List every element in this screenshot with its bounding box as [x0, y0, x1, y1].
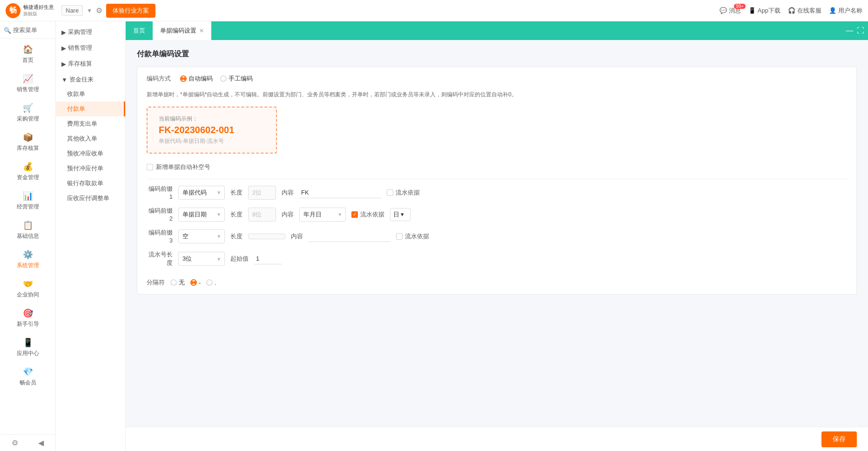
sub-item-advance-ar[interactable]: 预收冲应收单 — [56, 146, 125, 161]
sub-item-expense[interactable]: 费用支出单 — [56, 116, 125, 131]
purchase-icon: 🛒 — [23, 103, 33, 113]
sub-group-inventory-title[interactable]: ▶ 库存核算 — [56, 57, 125, 71]
company-arrow-icon[interactable]: ▼ — [87, 7, 92, 14]
prefix1-length-input[interactable]: 2位 — [248, 186, 276, 200]
experience-button[interactable]: 体验行业方案 — [106, 4, 155, 18]
prefix2-content-arrow-icon: ▾ — [338, 211, 342, 218]
encode-method-row: 编码方式 自动编码 手工编码 — [147, 74, 847, 83]
app-download-button[interactable]: 📱 App下载 — [748, 7, 781, 15]
settings-bottom-icon[interactable]: ⚙ — [12, 438, 18, 447]
radio-manual[interactable]: 手工编码 — [220, 74, 253, 83]
sidebar-item-enterprise[interactable]: 🤝 企业协同 — [0, 273, 55, 303]
sidebar-item-sales[interactable]: 📈 销售管理 — [0, 68, 55, 97]
message-badge: 99+ — [734, 4, 746, 9]
serial-start-input[interactable] — [254, 253, 282, 264]
layout: 🔍 搜索菜单 🏠 首页 📈 销售管理 🛒 采购管理 📦 库存核算 💰 资金管理 … — [0, 21, 868, 451]
tab-maximize-icon[interactable]: ⛶ — [857, 27, 864, 35]
sub-group-sales: ▶ 销售管理 — [56, 41, 125, 55]
logo: 畅 畅捷通好生意 旗舰版 — [6, 3, 61, 18]
prefix3-content-input[interactable] — [309, 231, 390, 242]
tab-encode-settings[interactable]: 单据编码设置 ✕ — [153, 21, 211, 40]
page-content: 付款单编码设置 编码方式 自动编码 手工编码 — [126, 40, 868, 427]
sidebar-item-operation[interactable]: 📊 经营管理 — [0, 185, 55, 215]
topbar: 畅 畅捷通好生意 旗舰版 Nare ▼ ⚙ 体验行业方案 💬 消息 99+ 📱 … — [0, 0, 868, 21]
topbar-middle: Nare ▼ ⚙ 体验行业方案 — [61, 4, 720, 18]
form-row-prefix3: 编码前缀3 空 ▾ 长度 内容 — [147, 229, 847, 244]
prefix1-watermark-checkbox[interactable] — [387, 189, 393, 196]
save-button[interactable]: 保存 — [821, 431, 857, 447]
footer-bar: 保存 — [126, 427, 868, 451]
prefix2-watermark-select[interactable]: 日 ▾ — [390, 208, 410, 221]
sep-radio-none[interactable]: 无 — [170, 278, 185, 287]
sidebar-item-system[interactable]: ⚙️ 系统管理 — [0, 244, 55, 273]
appcenter-icon: 📱 — [23, 337, 33, 348]
sub-item-advance-ap[interactable]: 预付冲应付单 — [56, 161, 125, 176]
message-button[interactable]: 💬 消息 99+ — [720, 7, 741, 15]
sidebar-item-guide[interactable]: 🎯 新手引导 — [0, 303, 55, 332]
sidebar-item-member[interactable]: 💎 畅会员 — [0, 361, 55, 390]
sub-group-funds-arrow: ▼ — [61, 76, 67, 83]
collapse-icon[interactable]: ◀ — [38, 438, 44, 447]
settings-icon[interactable]: ⚙ — [96, 6, 102, 15]
separator-label: 分隔符 — [147, 278, 165, 287]
sub-item-payment[interactable]: 付款单 — [56, 101, 125, 116]
watermark-select-arrow-icon: ▾ — [401, 211, 404, 218]
sub-group-purchase-title[interactable]: ▶ 采购管理 — [56, 25, 125, 39]
service-button[interactable]: 🎧 在线客服 — [788, 7, 821, 15]
tab-close-icon[interactable]: ✕ — [199, 27, 204, 34]
encode-settings-card: 编码方式 自动编码 手工编码 新增单据时，*单据编码 — [137, 67, 857, 295]
sidebar-item-inventory[interactable]: 📦 库存核算 — [0, 127, 55, 156]
sub-item-other-income[interactable]: 其他收入单 — [56, 131, 125, 146]
search-icon: 🔍 — [4, 27, 11, 34]
sep-radio-dot[interactable]: . — [206, 279, 216, 286]
search-menu[interactable]: 🔍 搜索菜单 — [0, 21, 55, 39]
serial-select[interactable]: 3位 ▾ — [178, 252, 225, 266]
sub-item-receipt[interactable]: 收款单 — [56, 87, 125, 101]
prefix2-watermark-checkbox[interactable]: ✓ — [351, 211, 358, 218]
prefix2-length-input[interactable]: 8位 — [248, 208, 276, 222]
service-icon: 🎧 — [788, 7, 795, 14]
company-name[interactable]: Nare — [61, 5, 83, 16]
prefix2-content-select[interactable]: 年月日 ▾ — [299, 208, 346, 222]
prefix2-select[interactable]: 单据日期 ▾ — [178, 208, 225, 222]
tab-home[interactable]: 首页 — [126, 21, 153, 40]
sep-radio-dash[interactable]: - — [190, 279, 201, 286]
tab-minimize-icon[interactable]: — — [846, 27, 853, 35]
prefix1-select[interactable]: 单据代码 ▾ — [178, 186, 225, 200]
sub-item-ar-ap-adjust[interactable]: 应收应付调整单 — [56, 191, 125, 206]
serial-arrow-icon: ▾ — [217, 256, 221, 263]
prefix1-content-input[interactable] — [299, 187, 381, 198]
sub-group-purchase-arrow: ▶ — [61, 29, 66, 36]
prefix1-arrow-icon: ▾ — [217, 189, 221, 196]
prefix3-length-input[interactable] — [248, 234, 285, 239]
prefix3-label: 编码前缀3 — [147, 229, 173, 244]
user-avatar[interactable]: 👤 用户名称 — [829, 7, 862, 15]
operation-icon: 📊 — [23, 191, 33, 201]
serial-start-label: 起始值 — [230, 255, 249, 263]
sub-group-inventory-arrow: ▶ — [61, 61, 66, 67]
sidebar-bottom: ⚙ ◀ — [0, 434, 55, 451]
serial-row: 流水号长度 3位 ▾ 起始值 — [147, 250, 847, 267]
system-icon: ⚙️ — [23, 249, 33, 260]
sub-group-funds-title[interactable]: ▼ 资金往来 — [56, 73, 125, 87]
auto-fill-checkbox[interactable] — [147, 164, 153, 170]
prefix1-label: 编码前缀1 — [147, 185, 173, 200]
topbar-right: 💬 消息 99+ 📱 App下载 🎧 在线客服 👤 用户名称 — [720, 7, 862, 15]
sidebar-item-finance[interactable]: 💰 资金管理 — [0, 156, 55, 185]
separator-row: 分隔符 无 - — [147, 278, 847, 287]
sidebar-item-basic[interactable]: 📋 基础信息 — [0, 215, 55, 244]
sidebar-item-home[interactable]: 🏠 首页 — [0, 39, 55, 68]
sidebar-item-purchase[interactable]: 🛒 采购管理 — [0, 97, 55, 127]
sep-dot-circle — [206, 279, 213, 286]
logo-sub: 旗舰版 — [23, 11, 54, 17]
prefix3-select[interactable]: 空 ▾ — [178, 229, 225, 243]
avatar-icon: 👤 — [829, 7, 836, 14]
sub-group-sales-title[interactable]: ▶ 销售管理 — [56, 41, 125, 55]
sub-item-bank-deposit[interactable]: 银行存取款单 — [56, 176, 125, 191]
prefix3-watermark-checkbox[interactable] — [396, 233, 403, 240]
radio-manual-circle — [220, 75, 227, 82]
radio-auto[interactable]: 自动编码 — [180, 74, 213, 83]
sidebar-item-appcenter[interactable]: 📱 应用中心 — [0, 332, 55, 361]
prefix3-content-label: 内容 — [291, 232, 303, 241]
auto-fill-row: 新增单据自动补空号 — [147, 163, 847, 171]
